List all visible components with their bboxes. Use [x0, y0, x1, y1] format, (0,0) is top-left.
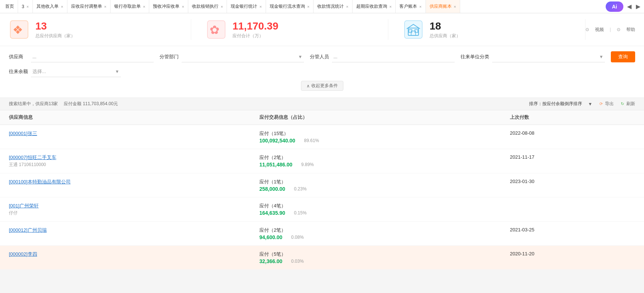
close-tab-ap-adjust[interactable]: × — [104, 4, 106, 9]
close-tab-other-income[interactable]: × — [61, 4, 63, 9]
refresh-icon: ↻ — [620, 101, 625, 107]
filter-dept: 分管部门 ▼ — [160, 51, 310, 62]
payable-info-4: 应付（2笔）94,600.000.08% — [259, 227, 510, 240]
sort-label: 排序：按应付余额倒序排序 — [529, 101, 582, 107]
supplier-input[interactable] — [31, 51, 154, 62]
payable-info-2: 应付（1笔）258,000.000.23% — [259, 179, 510, 192]
last-pay-date-0: 2022-08-08 — [510, 130, 635, 136]
supplier-sub-3: 仔仔 — [9, 210, 259, 216]
dept-select[interactable]: ▼ — [182, 51, 304, 62]
nav-tab-customer-account[interactable]: 客户账本× — [396, 0, 426, 13]
refresh-button[interactable]: ↻ 刷新 — [620, 101, 635, 107]
ai-button[interactable]: Ai — [606, 1, 623, 12]
payable-percent-3: 0.15% — [294, 210, 307, 216]
supplier-info-3: [001]广州荣轩仔仔 — [9, 203, 259, 216]
nav-tab-bank-deposit[interactable]: 银行存取款单× — [111, 0, 149, 13]
category-filter-label: 往来单位分类 — [461, 54, 489, 60]
payable-amount-0[interactable]: 100,092,540.00 — [259, 138, 295, 144]
table-row: [000001]张三应付（15笔）100,092,540.0089.61%202… — [0, 125, 644, 149]
payable-label-1: 应付（2笔） — [259, 154, 510, 161]
close-tab-bank-deposit[interactable]: × — [143, 4, 145, 9]
last-pay-date-5: 2020-11-20 — [510, 251, 635, 256]
close-tab-tab3[interactable]: × — [27, 4, 29, 9]
supplier-link-0[interactable]: [000001]张三 — [9, 131, 37, 136]
payable-amount-4[interactable]: 94,600.00 — [259, 234, 282, 240]
filter-row-2: 往来余额 选择... ▼ — [9, 66, 635, 77]
store-icon — [403, 19, 424, 40]
category-chevron-icon: ▼ — [598, 54, 605, 59]
collapse-button[interactable]: ∧ 收起更多条件 — [301, 81, 343, 91]
payable-amount-2[interactable]: 258,000.00 — [259, 186, 285, 192]
payable-amount-5[interactable]: 32,366.00 — [259, 258, 282, 264]
close-tab-receipt-exec[interactable]: × — [221, 4, 223, 9]
supplier-link-1[interactable]: [000007]恒旺二手叉车 — [9, 155, 56, 160]
filter-area: 供应商 分管部门 ▼ 分管人员 往来单位分类 ▼ 查询 — [0, 46, 644, 98]
nav-tab-tab3[interactable]: 3× — [18, 0, 33, 13]
nav-tab-cash-bank-flow[interactable]: 现金银行流水查询× — [266, 0, 314, 13]
payable-percent-5: 0.03% — [291, 259, 304, 264]
balance-select[interactable]: 选择... ▼ — [31, 66, 121, 77]
nav-tab-supplier-account[interactable]: 供应商账本× — [426, 0, 460, 13]
nav-next[interactable]: ▶ — [634, 0, 643, 13]
nav-prev[interactable]: ◀ — [625, 0, 634, 13]
payable-percent-0: 89.61% — [304, 138, 319, 143]
payable-label-3: 应付（4笔） — [259, 203, 510, 209]
export-icon: ⟳ — [598, 101, 603, 107]
supplier-info-5: [000002]李四 — [9, 251, 259, 258]
nav-tab-receipt-exec[interactable]: 收款核销执行× — [188, 0, 227, 13]
collapse-arrow-icon: ∧ — [307, 83, 310, 89]
supplier-link-2[interactable]: [000100]本特勤油品有限公司 — [9, 179, 71, 185]
top-nav: 首页3×其他收入单×应收应付调整单×银行存取款单×预收冲应收单×收款核销执行×现… — [0, 0, 644, 13]
supplier-link-5[interactable]: [000002]李四 — [9, 251, 37, 257]
summary-card-amount: ✿ 11,170.39 应付合计（万） — [191, 19, 388, 40]
table-row: [000002]李四应付（5笔）32,366.000.03%2020-11-20 — [0, 246, 644, 270]
payable-percent-4: 0.08% — [291, 235, 304, 240]
close-tab-customer-account[interactable]: × — [419, 4, 421, 9]
close-tab-prepay-receive[interactable]: × — [182, 4, 184, 9]
person-input[interactable] — [332, 51, 455, 62]
export-label: 导出 — [605, 101, 614, 107]
nav-tab-overdue-query[interactable]: 超期应收款查询× — [353, 0, 396, 13]
supplier-link-3[interactable]: [001]广州荣轩 — [9, 203, 39, 208]
result-actions: 排序：按应付余额倒序排序 ▼ ⟳ 导出 ↻ 刷新 — [529, 101, 635, 107]
payable-amount-3[interactable]: 164,635.90 — [259, 210, 285, 216]
video-link[interactable]: 视频 — [595, 27, 604, 33]
search-button[interactable]: 查询 — [611, 51, 635, 62]
table-body: [000001]张三应付（15笔）100,092,540.0089.61%202… — [0, 125, 644, 270]
last-pay-date-4: 2021-03-25 — [510, 227, 635, 232]
result-summary-text: 搜索结果中，供应商13家 — [9, 101, 58, 107]
video-icon: ⊙ — [585, 27, 589, 32]
payable-info-0: 应付（15笔）100,092,540.0089.61% — [259, 130, 510, 144]
th-payable: 应付交易信息（占比） — [259, 114, 510, 121]
total-suppliers-number: 18 — [430, 20, 461, 32]
result-summary: 搜索结果中，供应商13家 应付金额 111,703,854.00元 — [9, 101, 118, 107]
result-amount-text: 应付金额 111,703,854.00元 — [64, 101, 118, 107]
total-payable-suppliers-label: 总应付供应商（家） — [35, 33, 75, 39]
close-tab-cash-bank-stat[interactable]: × — [259, 4, 262, 9]
payable-amount-row-2: 258,000.000.23% — [259, 186, 510, 192]
nav-tab-receipt-stat[interactable]: 收款情况统计× — [314, 0, 352, 13]
payable-label-0: 应付（15笔） — [259, 130, 510, 137]
help-link[interactable]: 帮助 — [626, 27, 635, 33]
payable-amount-content: 11,170.39 应付合计（万） — [232, 20, 279, 39]
supplier-link-4[interactable]: [000012]广州贝瑞 — [9, 227, 47, 233]
payable-amount-1[interactable]: 11,051,486.00 — [259, 162, 293, 168]
nav-tab-home[interactable]: 首页 — [1, 0, 18, 13]
close-tab-receipt-stat[interactable]: × — [346, 4, 348, 9]
balance-select-value: 选择... — [31, 68, 113, 75]
category-select[interactable]: ▼ — [492, 51, 605, 62]
close-tab-overdue-query[interactable]: × — [389, 4, 392, 9]
nav-tab-prepay-receive[interactable]: 预收冲应收单× — [149, 0, 188, 13]
nav-tab-cash-bank-stat[interactable]: 现金银行统计× — [227, 0, 266, 13]
nav-tab-ap-adjust[interactable]: 应收应付调整单× — [67, 0, 111, 13]
close-tab-supplier-account[interactable]: × — [454, 4, 456, 9]
supplier-icon: ❖ — [9, 19, 29, 40]
nav-tab-other-income[interactable]: 其他收入单× — [33, 0, 67, 13]
supplier-info-0: [000001]张三 — [9, 130, 259, 137]
close-tab-cash-bank-flow[interactable]: × — [307, 4, 309, 9]
export-button[interactable]: ⟳ 导出 — [598, 101, 614, 107]
table-header: 供应商信息 应付交易信息（占比） 上次付数 — [0, 110, 644, 125]
amount-icon: ✿ — [206, 19, 227, 40]
total-payable-suppliers: 13 — [35, 20, 75, 32]
svg-text:✿: ✿ — [210, 23, 220, 37]
